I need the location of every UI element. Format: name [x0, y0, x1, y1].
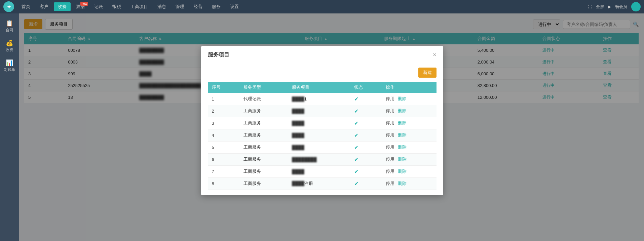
modal-cell-action[interactable]: 停用 删除: [382, 117, 436, 129]
fullscreen-label[interactable]: 全屏: [596, 4, 604, 10]
modal-cell-item: ████: [288, 105, 350, 117]
avatar[interactable]: [631, 2, 641, 11]
modal-cell-type: 代理记账: [239, 93, 288, 105]
modal-cell-type: 工商服务: [239, 177, 288, 190]
nav-business2[interactable]: 经营: [190, 2, 206, 11]
modal-cell-type: 工商服务: [239, 117, 288, 129]
modal-cell-status: ✔: [350, 153, 382, 165]
modal-cell-seq: 8: [208, 177, 240, 190]
modal-cell-seq: 3: [208, 117, 240, 129]
nav-message[interactable]: 消息: [153, 2, 170, 11]
modal-table-row: 8 工商服务 ████注册 ✔ 停用 删除: [208, 177, 437, 190]
modal-cell-action[interactable]: 停用 删除: [382, 177, 436, 190]
sidebar-item-statement[interactable]: 📊 对账单: [1, 56, 18, 75]
pro-label[interactable]: 畅会员: [615, 4, 627, 10]
modal-cell-status: ✔: [350, 117, 382, 129]
modal-col-action: 操作: [382, 82, 436, 93]
modal-table-row: 7 工商服务 ████ ✔ 停用 删除: [208, 165, 437, 177]
modal-body: 新建 序号 服务类型 服务项目 状态 操作 1 代理记账 ████1 ✔ 停: [201, 62, 443, 195]
modal-cell-seq: 1: [208, 93, 240, 105]
modal-cell-item: ████: [288, 129, 350, 141]
modal-cell-item: ████1: [288, 93, 350, 105]
modal-cell-item: ████████: [288, 153, 350, 165]
modal-cell-status: ✔: [350, 165, 382, 177]
modal-title: 服务项目: [208, 51, 229, 58]
fees-icon: 💰: [2, 39, 16, 47]
modal-header: 服务项目 ×: [201, 46, 443, 62]
modal-cell-seq: 7: [208, 165, 240, 177]
modal-cell-seq: 6: [208, 153, 240, 165]
modal-table-row: 3 工商服务 ████ ✔ 停用 删除: [208, 117, 437, 129]
nav-right: ⛶ 全屏 ▶ 畅会员: [588, 2, 641, 11]
modal-cell-action[interactable]: 停用 删除: [382, 93, 436, 105]
sidebar-label-statement: 对账单: [2, 67, 16, 72]
modal-table: 序号 服务类型 服务项目 状态 操作 1 代理记账 ████1 ✔ 停用 删除 …: [208, 82, 437, 190]
modal-cell-type: 工商服务: [239, 141, 288, 153]
new-badge: new: [80, 2, 88, 6]
nav-settings[interactable]: 设置: [226, 2, 243, 11]
modal-cell-seq: 2: [208, 105, 240, 117]
modal-cell-status: ✔: [350, 141, 382, 153]
modal-col-status: 状态: [350, 82, 382, 93]
modal-cell-action[interactable]: 停用 删除: [382, 129, 436, 141]
nav-invoice[interactable]: 票据 new: [72, 2, 89, 11]
modal-cell-action[interactable]: 停用 删除: [382, 153, 436, 165]
modal-col-type: 服务类型: [239, 82, 288, 93]
app-logo: ✦: [3, 1, 14, 12]
modal-cell-type: 工商服务: [239, 105, 288, 117]
nav-home[interactable]: 首页: [17, 2, 34, 11]
modal-cell-item: ████: [288, 141, 350, 153]
modal-cell-type: 工商服务: [239, 165, 288, 177]
modal-table-row: 5 工商服务 ████ ✔ 停用 删除: [208, 141, 437, 153]
modal-new-button[interactable]: 新建: [418, 68, 437, 78]
modal-cell-seq: 5: [208, 141, 240, 153]
statement-icon: 📊: [2, 59, 16, 67]
fullscreen-icon[interactable]: ⛶: [588, 4, 592, 9]
modal-table-row: 1 代理记账 ████1 ✔ 停用 删除: [208, 93, 437, 105]
modal-cell-item: ████: [288, 117, 350, 129]
modal-cell-status: ✔: [350, 93, 382, 105]
contract-icon: 📋: [2, 19, 16, 27]
modal-table-row: 2 工商服务 ████ ✔ 停用 删除: [208, 105, 437, 117]
sidebar-label-contract: 合同: [2, 28, 16, 33]
modal-table-container[interactable]: 序号 服务类型 服务项目 状态 操作 1 代理记账 ████1 ✔ 停用 删除 …: [208, 82, 437, 190]
modal-cell-status: ✔: [350, 129, 382, 141]
modal-cell-action[interactable]: 停用 删除: [382, 165, 436, 177]
nav-manage[interactable]: 管理: [172, 2, 188, 11]
nav-service[interactable]: 服务: [208, 2, 225, 11]
nav-items: 首页 客户 收费 票据 new 记账 报税 工商项目 消息 管理 经营 服务 设…: [17, 2, 588, 11]
nav-business[interactable]: 工商项目: [126, 2, 152, 11]
modal-cell-type: 工商服务: [239, 129, 288, 141]
nav-accounting[interactable]: 记账: [90, 2, 107, 11]
modal-cell-action[interactable]: 停用 删除: [382, 105, 436, 117]
sidebar-label-fees: 收费: [2, 47, 16, 52]
modal-cell-status: ✔: [350, 177, 382, 190]
sidebar-item-contract[interactable]: 📋 合同: [1, 17, 18, 35]
modal-close-button[interactable]: ×: [433, 51, 437, 58]
modal-cell-type: 工商服务: [239, 153, 288, 165]
modal-cell-item: ████: [288, 165, 350, 177]
service-items-modal: 服务项目 × 新建 序号 服务类型 服务项目 状态 操作 1 代理记账: [201, 46, 443, 195]
nav-tax[interactable]: 报税: [108, 2, 125, 11]
modal-cell-status: ✔: [350, 105, 382, 117]
modal-col-item: 服务项目: [288, 82, 350, 93]
sidebar: 📋 合同 💰 收费 📊 对账单: [0, 13, 19, 241]
modal-cell-seq: 4: [208, 129, 240, 141]
modal-toolbar: 新建: [208, 68, 437, 78]
modal-col-seq: 序号: [208, 82, 240, 93]
top-nav: ✦ 首页 客户 收费 票据 new 记账 报税 工商项目 消息 管理 经营 服务…: [0, 0, 644, 13]
modal-table-row: 6 工商服务 ████████ ✔ 停用 删除: [208, 153, 437, 165]
modal-cell-action[interactable]: 停用 删除: [382, 141, 436, 153]
sidebar-item-fees[interactable]: 💰 收费: [1, 37, 18, 55]
pro-icon[interactable]: ▶: [608, 4, 611, 9]
nav-customer[interactable]: 客户: [36, 2, 52, 11]
nav-fees[interactable]: 收费: [54, 2, 71, 11]
modal-table-row: 4 工商服务 ████ ✔ 停用 删除: [208, 129, 437, 141]
modal-cell-item: ████注册: [288, 177, 350, 190]
